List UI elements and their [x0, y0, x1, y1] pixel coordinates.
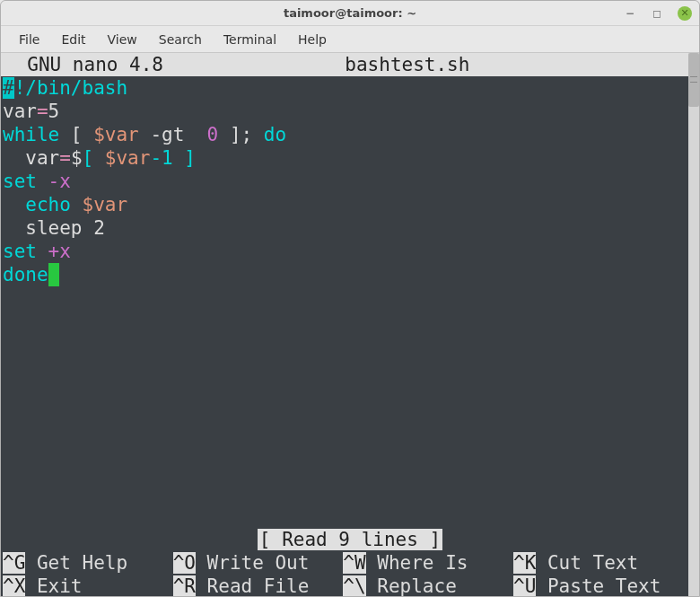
shebang-hash: # [3, 77, 14, 99]
cursor [48, 263, 59, 286]
terminal-area[interactable]: GNU nano 4.8 bashtest.sh #!/bin/bash var… [1, 53, 699, 597]
menu-file[interactable]: File [8, 29, 50, 50]
menu-help[interactable]: Help [287, 29, 337, 50]
keyword-echo: echo [25, 194, 71, 215]
nano-filename: bashtest.sh [345, 54, 469, 75]
maximize-button[interactable]: ◻ [651, 7, 663, 20]
menu-view[interactable]: View [97, 29, 148, 50]
shortcut-replace: Replace [366, 575, 513, 597]
shortcut-paste: Paste Text [536, 575, 661, 597]
window-title: taimoor@taimoor: ~ [284, 6, 416, 20]
shortcut-whereis-key: ^W [343, 552, 365, 574]
nano-header: GNU nano 4.8 bashtest.sh [1, 53, 699, 76]
nano-shortcuts: ^G Get Help ^O Write Out ^W Where Is ^K … [1, 551, 688, 597]
shortcut-help-key: ^G [3, 552, 25, 574]
shortcut-exit: Exit [25, 575, 172, 597]
nano-version: GNU nano 4.8 [4, 54, 163, 75]
shortcut-cut-key: ^K [513, 552, 536, 574]
close-button[interactable]: ✕ [678, 6, 692, 21]
keyword-do: do [264, 124, 286, 145]
shortcut-cut: Cut Text [536, 552, 638, 574]
shortcut-writeout-key: ^O [173, 552, 196, 574]
var-name: var [3, 101, 37, 122]
shortcut-paste-key: ^U [513, 575, 536, 597]
minimize-button[interactable]: − [624, 7, 636, 20]
shortcut-help: Get Help [25, 552, 172, 574]
nano-status-message: [ Read 9 lines ] [258, 529, 442, 550]
scrollbar-thumb[interactable] [688, 53, 699, 107]
shebang-path: !/bin/bash [14, 77, 127, 99]
shortcut-whereis: Where Is [366, 552, 513, 574]
menu-search[interactable]: Search [148, 29, 213, 50]
shortcut-readfile: Read File [196, 575, 343, 597]
window-controls: − ◻ ✕ [624, 6, 692, 21]
menu-terminal[interactable]: Terminal [213, 29, 287, 50]
shortcut-replace-key: ^\ [343, 575, 365, 597]
window-titlebar: taimoor@taimoor: ~ − ◻ ✕ [1, 1, 699, 26]
editor-content[interactable]: #!/bin/bash var=5 while [ $var -gt 0 ]; … [1, 76, 699, 286]
keyword-done: done [3, 264, 48, 285]
keyword-set2: set [3, 241, 37, 262]
shortcut-readfile-key: ^R [173, 575, 196, 597]
nano-status-line: [ Read 9 lines ] [1, 528, 699, 551]
menubar: File Edit View Search Terminal Help [1, 26, 699, 53]
shortcut-writeout: Write Out [196, 552, 343, 574]
menu-edit[interactable]: Edit [50, 29, 96, 50]
keyword-set: set [3, 171, 37, 192]
terminal-scrollbar[interactable] [688, 53, 699, 597]
shortcut-exit-key: ^X [3, 575, 25, 597]
keyword-while: while [3, 124, 59, 145]
